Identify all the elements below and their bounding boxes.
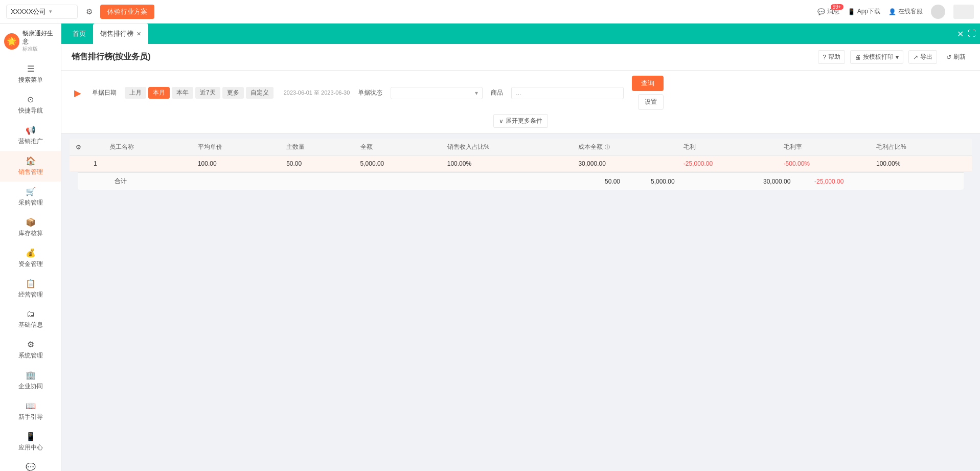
date-more[interactable]: 更多 bbox=[222, 87, 244, 99]
app-download-button[interactable]: 📱 App下载 bbox=[848, 7, 880, 16]
filter-expand-arrow[interactable]: ▶ bbox=[72, 87, 84, 99]
tab-home[interactable]: 首页 bbox=[65, 24, 93, 44]
sidebar-item-purchase[interactable]: 🛒 采购管理 bbox=[0, 182, 61, 212]
sidebar-item-search[interactable]: ☰ 搜索菜单 bbox=[0, 59, 61, 89]
tab-minimize-icon[interactable]: ✕ bbox=[957, 29, 964, 39]
content-area: 首页 销售排行榜 ✕ ✕ ⛶ 销售排行榜(按业务员) ? 帮助 bbox=[61, 24, 980, 471]
filter-row-1: ▶ 单据日期 上月 本月 本年 近7天 更多 自定义 2023-06-01 至 … bbox=[72, 76, 970, 110]
sidebar-item-inventory[interactable]: 📦 库存核算 bbox=[0, 212, 61, 243]
top-bar: XXXXX公司 ▾ ⚙ 体验行业方案 💬 消息 99+ 📱 App下载 👤 在线… bbox=[0, 0, 980, 24]
sidebar-label-search: 搜索菜单 bbox=[18, 76, 43, 84]
filter-row-2: ∨ 展开更多条件 bbox=[72, 114, 970, 128]
sidebar: 🌟 畅康通好生意 标准版 ☰ 搜索菜单 ⊙ 快捷导航 📢 营销推广 🏠 销售管理… bbox=[0, 24, 61, 471]
query-button[interactable]: 查询 bbox=[632, 76, 664, 91]
print-button[interactable]: 🖨 按模板打印 ▾ bbox=[850, 50, 903, 64]
print-arrow-icon: ▾ bbox=[896, 54, 899, 61]
sidebar-label-basic: 基础信息 bbox=[18, 321, 43, 329]
date-current-month[interactable]: 本月 bbox=[148, 87, 170, 99]
sidebar-label-shortcut: 快捷导航 bbox=[18, 106, 43, 115]
date-prev-month[interactable]: 上月 bbox=[125, 87, 146, 99]
sidebar-item-apps[interactable]: 📱 应用中心 bbox=[0, 427, 61, 457]
status-select[interactable]: ▾ bbox=[391, 87, 483, 99]
footer-cost: 30,000.00 bbox=[763, 178, 814, 185]
tab-sales-ranking[interactable]: 销售排行榜 ✕ bbox=[93, 24, 148, 44]
shortcut-icon: ⊙ bbox=[27, 95, 34, 104]
date-label: 单据日期 bbox=[92, 88, 117, 97]
avatar[interactable] bbox=[931, 5, 945, 19]
col-gross-rate: 毛利率 bbox=[778, 139, 870, 156]
message-badge: 99+ bbox=[831, 4, 844, 10]
online-service-button[interactable]: 👤 在线客服 bbox=[888, 7, 923, 16]
row-avg-price: 100.00 bbox=[192, 156, 280, 172]
footer-gross: -25,000.00 bbox=[814, 178, 865, 185]
settings-icon[interactable]: ⚙ bbox=[82, 5, 96, 19]
row-qty: 50.00 bbox=[280, 156, 354, 172]
search-menu-icon: ☰ bbox=[27, 64, 34, 74]
goods-label: 商品 bbox=[491, 88, 503, 97]
sidebar-label-sales: 销售管理 bbox=[18, 168, 43, 176]
table-row: 1 100.00 50.00 5,000.00 100.00% 30,000.0… bbox=[70, 156, 972, 172]
query-set-group: 查询 设置 bbox=[632, 76, 664, 110]
help-button[interactable]: ? 帮助 bbox=[818, 50, 845, 64]
sidebar-label-marketing: 营销推广 bbox=[18, 137, 43, 146]
sidebar-item-marketing[interactable]: 📢 营销推广 bbox=[0, 120, 61, 151]
col-avg-price: 平均单价 bbox=[192, 139, 280, 156]
company-selector[interactable]: XXXXX公司 ▾ bbox=[6, 5, 78, 19]
date-7days[interactable]: 近7天 bbox=[195, 87, 220, 99]
app-icon: 📱 bbox=[848, 8, 855, 15]
sidebar-label-apps: 应用中心 bbox=[18, 443, 43, 452]
export-button[interactable]: ↗ 导出 bbox=[908, 50, 937, 64]
page-actions: ? 帮助 🖨 按模板打印 ▾ ↗ 导出 ↺ 刷新 bbox=[818, 50, 970, 64]
sidebar-item-system[interactable]: ⚙ 系统管理 bbox=[0, 334, 61, 365]
expand-more-button[interactable]: ∨ 展开更多条件 bbox=[493, 114, 548, 128]
refresh-button[interactable]: ↺ 刷新 bbox=[942, 51, 970, 63]
purchase-icon: 🛒 bbox=[26, 187, 36, 196]
tab-active-label: 销售排行榜 bbox=[100, 29, 133, 38]
sidebar-item-shortcut[interactable]: ⊙ 快捷导航 bbox=[0, 89, 61, 120]
table-wrapper: ⚙ 员工名称 平均单价 主数量 全额 销售收入占比% 成本全额 ⓘ 毛利 毛利率… bbox=[61, 133, 980, 471]
apps-icon: 📱 bbox=[26, 432, 36, 441]
help-icon: ? bbox=[823, 54, 826, 61]
row-rank: 1 bbox=[87, 156, 103, 172]
row-settings bbox=[70, 156, 87, 172]
row-cost: 30,000.00 bbox=[572, 156, 677, 172]
settings-button[interactable]: 设置 bbox=[638, 94, 664, 110]
wechat-icon: 💬 bbox=[26, 462, 36, 471]
sidebar-item-sales[interactable]: 🏠 销售管理 bbox=[0, 151, 61, 182]
row-amount: 5,000.00 bbox=[354, 156, 441, 172]
service-label: 在线客服 bbox=[898, 7, 923, 16]
basic-icon: 🗂 bbox=[27, 309, 35, 319]
logo-sub: 标准版 bbox=[22, 46, 57, 53]
sidebar-logo: 🌟 畅康通好生意 标准版 bbox=[0, 24, 61, 59]
goods-input[interactable]: ... bbox=[511, 87, 624, 99]
message-button[interactable]: 💬 消息 99+ bbox=[817, 7, 839, 16]
operation-icon: 📋 bbox=[26, 279, 36, 288]
sidebar-item-finance[interactable]: 💰 资金管理 bbox=[0, 243, 61, 274]
sidebar-item-operation[interactable]: 📋 经营管理 bbox=[0, 274, 61, 304]
footer-label: 合计 bbox=[115, 177, 559, 186]
sidebar-item-enterprise[interactable]: 🏢 企业协同 bbox=[0, 365, 61, 396]
date-current-year[interactable]: 本年 bbox=[172, 87, 193, 99]
tab-maximize-icon[interactable]: ⛶ bbox=[968, 29, 976, 38]
sidebar-label-finance: 资金管理 bbox=[18, 260, 43, 268]
col-amount: 全额 bbox=[354, 139, 441, 156]
sidebar-label-inventory: 库存核算 bbox=[18, 229, 43, 238]
col-settings[interactable]: ⚙ bbox=[70, 139, 87, 156]
sidebar-item-basic[interactable]: 🗂 基础信息 bbox=[0, 304, 61, 334]
date-custom[interactable]: 自定义 bbox=[246, 87, 274, 99]
status-select-arrow: ▾ bbox=[475, 89, 478, 97]
tab-close-icon[interactable]: ✕ bbox=[136, 31, 141, 37]
table-header-row: ⚙ 员工名称 平均单价 主数量 全额 销售收入占比% 成本全额 ⓘ 毛利 毛利率… bbox=[70, 139, 972, 156]
finance-icon: 💰 bbox=[26, 248, 36, 258]
sidebar-item-wechat[interactable]: 💬 企业微信 bbox=[0, 457, 61, 471]
trial-button[interactable]: 体验行业方案 bbox=[100, 5, 154, 19]
sales-icon: 🏠 bbox=[26, 156, 36, 166]
goods-placeholder: ... bbox=[516, 89, 521, 97]
sidebar-item-guide[interactable]: 📖 新手引导 bbox=[0, 396, 61, 427]
footer-amount: 5,000.00 bbox=[651, 178, 702, 185]
top-bar-right: 💬 消息 99+ 📱 App下载 👤 在线客服 bbox=[817, 5, 974, 19]
col-employee: 员工名称 bbox=[103, 139, 192, 156]
row-gross-pct: 100.00% bbox=[870, 156, 972, 172]
company-name: XXXXX公司 bbox=[11, 7, 46, 16]
date-options: 上月 本月 本年 近7天 更多 自定义 bbox=[125, 87, 274, 99]
